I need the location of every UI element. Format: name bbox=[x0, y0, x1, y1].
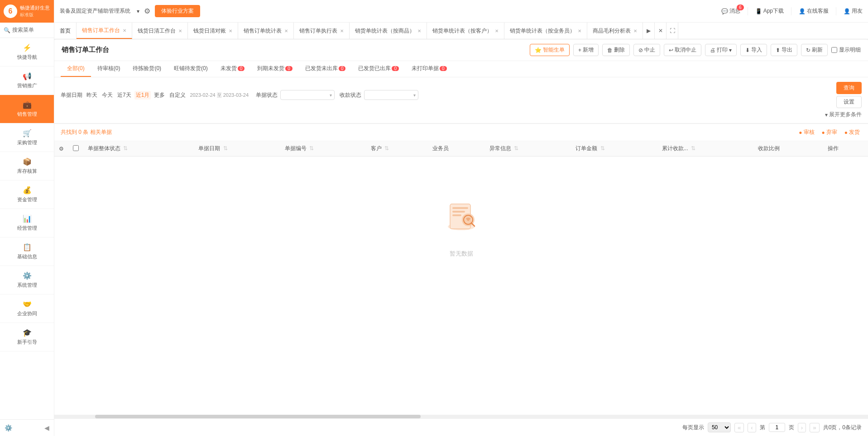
message-btn[interactable]: 💬 消息 6 bbox=[721, 7, 740, 15]
content-area: 销售订单工作台 ⭐ 智能生单 + 新增 🗑 删除 ⊘ 中止 bbox=[54, 39, 868, 436]
tab-gross-margin[interactable]: 商品毛利分析表 ✕ bbox=[587, 23, 643, 39]
horizontal-scrollbar[interactable] bbox=[54, 415, 868, 418]
subtab-shipped-not-in[interactable]: 已发货未出库0 bbox=[299, 61, 352, 77]
tab-home[interactable]: 首页 bbox=[54, 23, 77, 39]
cancel-stop-btn[interactable]: ↩ 取消中止 bbox=[664, 44, 701, 56]
status-select[interactable] bbox=[280, 90, 335, 100]
revoke-btn[interactable]: ● 弃审 bbox=[820, 128, 839, 137]
subtab-shipped-out[interactable]: 已发货已出库0 bbox=[352, 61, 405, 77]
sort-date-icon[interactable]: ⇅ bbox=[223, 145, 228, 152]
sidebar-item-sales[interactable]: 💼 销售管理 bbox=[0, 95, 54, 123]
prev-page-btn[interactable]: ‹ bbox=[748, 423, 756, 432]
sidebar-item-quick[interactable]: ⚡ 快捷导航 bbox=[0, 38, 54, 66]
tab-scroll-right[interactable]: ▶ bbox=[643, 23, 655, 39]
tab-close-sales-exec[interactable]: ✕ bbox=[340, 28, 344, 33]
subtab-not-shipped[interactable]: 未发货0 bbox=[214, 61, 251, 77]
sidebar-item-inventory[interactable]: 📦 库存核算 bbox=[0, 152, 54, 180]
subtab-not-printed[interactable]: 未打印单据0 bbox=[405, 61, 453, 77]
shortcut-1month[interactable]: 近1月 bbox=[134, 91, 151, 100]
tab-close-sales-summary-product[interactable]: ✕ bbox=[417, 28, 421, 33]
tab-close-sales-summary-customer[interactable]: ✕ bbox=[495, 28, 499, 33]
shortcut-today[interactable]: 今天 bbox=[101, 91, 114, 100]
sidebar-item-operations[interactable]: 📊 经营管理 bbox=[0, 209, 54, 237]
set-btn[interactable]: 设置 bbox=[836, 96, 862, 108]
sidebar-search-item[interactable]: 🔍 搜索菜单 bbox=[0, 23, 54, 38]
tab-maximize[interactable]: ⛶ bbox=[667, 23, 678, 39]
online-service-btn[interactable]: 👤 在线客服 bbox=[799, 7, 829, 15]
subtab-pending-check[interactable]: 待拣验货(0) bbox=[126, 61, 168, 77]
sort-amount-icon[interactable]: ⇅ bbox=[600, 145, 605, 152]
show-detail-label[interactable]: 显示明细 bbox=[831, 46, 861, 54]
next-page-btn[interactable]: › bbox=[798, 423, 806, 432]
subtab-pending-review[interactable]: 待审核(0) bbox=[91, 61, 127, 77]
sort-received-icon[interactable]: ⇅ bbox=[691, 145, 695, 152]
settings-bottom-icon[interactable]: ⚙️ bbox=[5, 424, 12, 431]
user-btn[interactable]: 👤 用友 bbox=[844, 7, 863, 15]
subtab-wangpu[interactable]: 旺铺待发货(0) bbox=[168, 61, 214, 77]
tab-close-gross-margin[interactable]: ✕ bbox=[633, 28, 637, 33]
import-btn[interactable]: ⬇ 导入 bbox=[740, 44, 767, 56]
scrollbar-thumb[interactable] bbox=[95, 415, 421, 418]
sidebar-item-basic[interactable]: 📋 基础信息 bbox=[0, 237, 54, 266]
add-btn[interactable]: + 新增 bbox=[573, 44, 599, 56]
col-settings[interactable]: ⚙ bbox=[54, 141, 68, 156]
enterprise-icon: 🤝 bbox=[23, 300, 32, 308]
tab-close-all[interactable]: ✕ bbox=[655, 23, 667, 39]
query-btn[interactable]: 查询 bbox=[836, 82, 862, 94]
smart-generate-btn[interactable]: ⭐ 智能生单 bbox=[530, 44, 570, 56]
select-all-checkbox[interactable] bbox=[73, 145, 79, 151]
tab-sales-summary-staff[interactable]: 销货单统计表（按业务员） ✕ bbox=[504, 23, 587, 39]
sort-customer-icon[interactable]: ⇅ bbox=[384, 145, 389, 152]
tab-sales-summary-customer[interactable]: 销货单统计表（按客户） ✕ bbox=[427, 23, 504, 39]
table-scroll[interactable]: ⚙ 单据整体状态 ⇅ 单据日期 ⇅ 单据编号 bbox=[54, 141, 868, 415]
ship-btn[interactable]: ● 发货 bbox=[843, 128, 862, 137]
empty-text: 暂无数据 bbox=[450, 250, 473, 258]
page-input[interactable] bbox=[769, 423, 785, 432]
tab-close-sales-stats[interactable]: ✕ bbox=[284, 28, 288, 33]
collapse-icon[interactable]: ◀ bbox=[44, 424, 49, 431]
tab-close-cash-reconcile[interactable]: ✕ bbox=[229, 28, 232, 33]
sort-number-icon[interactable]: ⇅ bbox=[309, 145, 314, 152]
dropdown-icon[interactable]: ▾ bbox=[137, 8, 139, 14]
tab-close-sales-workbench[interactable]: ✕ bbox=[123, 28, 126, 33]
stop-btn[interactable]: ⊘ 中止 bbox=[633, 44, 660, 56]
experience-btn[interactable]: 体验行业方案 bbox=[155, 5, 200, 17]
sidebar-item-newbie[interactable]: 🎓 新手引导 bbox=[0, 323, 54, 351]
shortcut-more[interactable]: 更多 bbox=[153, 91, 166, 100]
page-size-select[interactable]: 50 10 20 100 bbox=[708, 422, 731, 432]
col-checkbox[interactable] bbox=[68, 141, 83, 156]
show-detail-checkbox[interactable] bbox=[831, 47, 837, 53]
tab-sales-summary-product[interactable]: 销货单统计表（按商品） ✕ bbox=[350, 23, 427, 39]
delete-btn[interactable]: 🗑 删除 bbox=[602, 44, 630, 56]
expand-btn[interactable]: ▾ 展开更多条件 bbox=[825, 111, 862, 118]
tab-close-cash-daily[interactable]: ✕ bbox=[178, 28, 182, 33]
first-page-btn[interactable]: « bbox=[734, 423, 744, 432]
sidebar-item-purchase[interactable]: 🛒 采购管理 bbox=[0, 123, 54, 152]
tab-cash-reconcile[interactable]: 钱货日清对账 ✕ bbox=[188, 23, 238, 39]
tab-cash-daily[interactable]: 钱货日清工作台 ✕ bbox=[132, 23, 188, 39]
sort-exception-icon[interactable]: ⇅ bbox=[514, 145, 518, 152]
sidebar-item-marketing[interactable]: 📢 营销推广 bbox=[0, 66, 54, 95]
sidebar-item-enterprise[interactable]: 🤝 企业协同 bbox=[0, 294, 54, 323]
shortcut-yesterday[interactable]: 昨天 bbox=[85, 91, 99, 100]
refresh-btn[interactable]: ↻ 刷新 bbox=[801, 44, 828, 56]
print-btn[interactable]: 🖨 打印 ▾ bbox=[705, 44, 737, 56]
empty-svg bbox=[439, 193, 484, 238]
shortcut-7days[interactable]: 近7天 bbox=[116, 91, 133, 100]
app-download-btn[interactable]: 📱 App下载 bbox=[755, 7, 784, 15]
last-page-btn[interactable]: » bbox=[810, 423, 819, 432]
subtab-overdue-not-shipped[interactable]: 到期未发货0 bbox=[251, 61, 299, 77]
tab-sales-workbench[interactable]: 销售订单工作台 ✕ bbox=[77, 23, 132, 39]
subtab-all[interactable]: 全部(0) bbox=[61, 61, 91, 77]
payment-select[interactable] bbox=[364, 90, 418, 100]
review-btn[interactable]: ● 审核 bbox=[797, 128, 816, 137]
sidebar-item-system[interactable]: ⚙️ 系统管理 bbox=[0, 266, 54, 294]
sort-status-icon[interactable]: ⇅ bbox=[123, 145, 128, 152]
sidebar-item-finance[interactable]: 💰 资金管理 bbox=[0, 180, 54, 209]
tab-sales-stats[interactable]: 销售订单统计表 ✕ bbox=[238, 23, 294, 39]
shortcut-custom[interactable]: 自定义 bbox=[168, 91, 187, 100]
gear-icon[interactable]: ⚙ bbox=[144, 7, 150, 15]
tab-close-sales-summary-staff[interactable]: ✕ bbox=[578, 28, 581, 33]
tab-sales-exec[interactable]: 销售订单执行表 ✕ bbox=[294, 23, 350, 39]
export-btn[interactable]: ⬆ 导出 bbox=[771, 44, 797, 56]
